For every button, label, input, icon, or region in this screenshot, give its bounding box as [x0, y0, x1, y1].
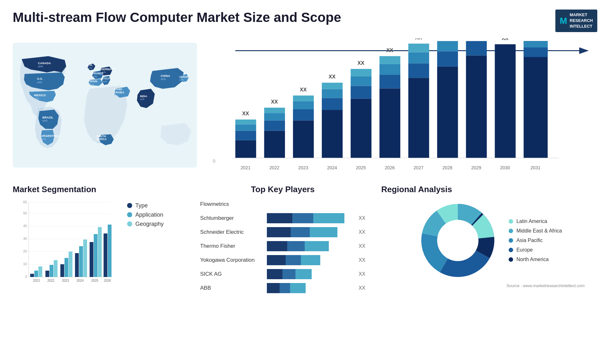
svg-text:2025: 2025	[356, 165, 366, 170]
svg-rect-66	[379, 88, 400, 158]
logo-line2: RESEARCH	[570, 18, 593, 24]
svg-rect-127	[90, 242, 93, 277]
svg-rect-121	[69, 252, 72, 277]
growth-chart: 0 XX 2021	[210, 38, 594, 178]
legend-middle-east: Middle East & Africa	[509, 228, 562, 234]
seg-chart: 0 10 20 30 40 50 60 2021	[13, 199, 114, 288]
svg-rect-42	[264, 131, 285, 158]
player-name-abb: ABB	[200, 285, 264, 291]
svg-text:xx%: xx%	[101, 71, 106, 74]
svg-text:xx%: xx%	[103, 80, 107, 83]
player-xx-thermo: XX	[359, 243, 365, 249]
svg-rect-45	[264, 108, 285, 113]
svg-rect-51	[293, 95, 314, 101]
svg-text:MEXICO: MEXICO	[34, 93, 46, 97]
type-dot	[127, 203, 132, 208]
regional-title: Regional Analysis	[381, 185, 597, 194]
player-name-schneider: Schneider Electric	[200, 229, 264, 235]
svg-text:40: 40	[23, 224, 27, 228]
bar-2030: XX 2030	[495, 38, 516, 170]
bar-2023: XX 2023	[293, 86, 314, 170]
svg-text:xx%: xx%	[34, 97, 39, 100]
player-row-abb: ABB XX	[200, 283, 365, 293]
page-title: Multi-stream Flow Computer Market Size a…	[13, 10, 341, 25]
svg-text:20: 20	[23, 249, 27, 253]
player-name-schlumberger: Schlumberger	[200, 215, 264, 221]
svg-rect-125	[83, 239, 87, 277]
svg-rect-44	[264, 113, 285, 120]
player-row-schlumberger: Schlumberger XX	[200, 213, 365, 223]
svg-text:XX: XX	[271, 98, 278, 104]
player-xx-schlumberger: XX	[359, 215, 365, 221]
svg-rect-124	[79, 246, 83, 277]
market-segmentation-section: Market Segmentation 0 10 20 30 40 50	[6, 181, 191, 353]
svg-text:2028: 2028	[442, 165, 452, 170]
svg-rect-74	[408, 52, 429, 63]
svg-text:2027: 2027	[414, 165, 424, 170]
svg-rect-129	[98, 227, 102, 277]
svg-rect-55	[322, 98, 343, 110]
asia-pacific-label: Asia Pacific	[516, 238, 543, 243]
seg-legend: Type Application Geography	[121, 202, 164, 227]
logo-box: M MARKET RESEARCH INTELLECT	[555, 10, 597, 32]
svg-rect-132	[108, 225, 112, 277]
svg-rect-67	[379, 75, 400, 88]
svg-rect-113	[38, 266, 42, 277]
player-row-yokogawa: Yokogawa Corporation XX	[200, 255, 365, 265]
svg-rect-39	[235, 119, 256, 124]
bar-2028: XX 2028	[437, 38, 458, 170]
world-map: CANADA xx% U.S. xx% MEXICO xx% BRAZIL xx…	[13, 38, 197, 172]
svg-text:2026: 2026	[385, 165, 395, 170]
svg-point-139	[440, 223, 475, 258]
svg-rect-112	[34, 271, 38, 277]
svg-text:CHINA: CHINA	[161, 74, 170, 78]
player-bar-schlumberger	[267, 213, 353, 223]
svg-text:2021: 2021	[33, 279, 40, 282]
svg-rect-75	[408, 44, 429, 52]
europe-dot	[509, 248, 513, 252]
svg-rect-62	[351, 76, 372, 86]
players-title: Top Key Players	[200, 185, 365, 194]
svg-rect-57	[322, 83, 343, 89]
svg-text:xx%: xx%	[88, 66, 92, 69]
player-row-flowmetrics: Flowmetrics	[200, 199, 365, 209]
bottom-grid: Market Segmentation 0 10 20 30 40 50	[0, 181, 610, 353]
svg-text:XX: XX	[300, 86, 307, 92]
svg-rect-78	[437, 66, 458, 158]
svg-text:30: 30	[23, 237, 27, 240]
svg-text:2026: 2026	[104, 279, 111, 282]
asia-pacific-dot	[509, 238, 513, 243]
svg-rect-117	[54, 260, 58, 277]
svg-rect-69	[379, 56, 400, 64]
bar-2021: XX 2021	[235, 111, 256, 170]
svg-text:xx%: xx%	[97, 141, 101, 144]
bar-2026: XX 2026	[379, 47, 400, 170]
svg-rect-90	[524, 41, 548, 158]
svg-text:xx%: xx%	[140, 98, 144, 101]
svg-rect-111	[30, 274, 34, 277]
svg-rect-72	[408, 78, 429, 158]
svg-rect-36	[235, 140, 256, 158]
svg-rect-68	[379, 64, 400, 74]
legend-north-america: North America	[509, 257, 562, 262]
svg-text:2022: 2022	[269, 165, 280, 170]
market-seg-title: Market Segmentation	[13, 185, 184, 194]
regional-analysis-section: Regional Analysis	[375, 181, 604, 353]
svg-rect-61	[351, 86, 372, 98]
svg-rect-49	[293, 109, 314, 120]
svg-text:xx%: xx%	[43, 119, 48, 122]
player-bar-yokogawa	[267, 255, 353, 265]
application-dot	[127, 212, 132, 217]
svg-text:xx%: xx%	[37, 80, 42, 84]
svg-rect-73	[408, 63, 429, 78]
legend-application: Application	[127, 212, 164, 218]
player-name-sickag: SICK AG	[200, 271, 264, 277]
svg-rect-63	[351, 69, 372, 76]
bar-2031: XX 2031	[524, 38, 548, 170]
player-xx-abb: XX	[359, 285, 365, 291]
svg-rect-128	[94, 234, 98, 277]
svg-text:2024: 2024	[77, 279, 84, 282]
svg-text:BRAZIL: BRAZIL	[43, 116, 54, 119]
svg-text:U.S.: U.S.	[37, 77, 43, 80]
svg-text:JAPAN: JAPAN	[179, 75, 188, 78]
